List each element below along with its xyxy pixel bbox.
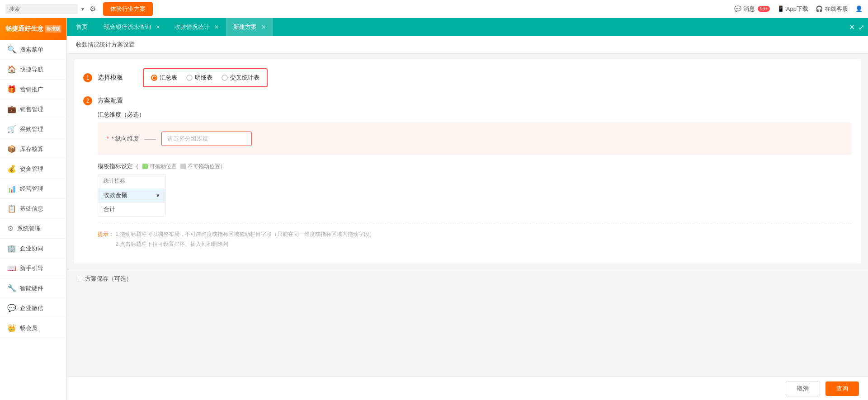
tab-close-icon[interactable]: ✕: [214, 24, 219, 30]
step2-row: 2 方案配置: [83, 96, 852, 105]
trial-button[interactable]: 体验行业方案: [103, 2, 153, 16]
download-button[interactable]: 📱 App下载: [777, 5, 808, 13]
bottom-save-section: 方案保存（可选）: [67, 269, 868, 288]
sidebar-item-label: 系统管理: [17, 225, 41, 233]
radio-circle-summary: [151, 75, 157, 81]
weixin-icon: 💬: [7, 304, 16, 312]
sidebar-item-label: 智能硬件: [20, 284, 43, 292]
metrics-title: 模板指标设定（: [98, 162, 139, 170]
app-logo: 畅捷通好生意 标准版: [0, 18, 66, 40]
sidebar-item-inventory[interactable]: 📦 库存核算: [0, 139, 66, 159]
close-window-icon[interactable]: ✕: [849, 23, 855, 32]
non-draggable-hint: 不可拖动位置）: [180, 163, 226, 170]
sidebar-item-label: 搜索菜单: [20, 46, 43, 54]
sidebar-item-hardware[interactable]: 🔧 智能硬件: [0, 278, 66, 298]
edition-label: 标准版: [45, 25, 61, 33]
dropdown-icon[interactable]: ▾: [156, 192, 160, 199]
query-button[interactable]: 查询: [826, 381, 859, 396]
service-icon: 🎧: [816, 5, 823, 12]
system-icon: ⚙: [7, 224, 14, 233]
message-icon: 💬: [734, 5, 741, 12]
sidebar-item-sales[interactable]: 💼 销售管理: [0, 99, 66, 119]
inventory-icon: 📦: [7, 145, 16, 153]
summary-dimension-section: 汇总维度（必选） * * 纵向维度 —— 请选择分组维度: [98, 111, 852, 254]
cancel-button[interactable]: 取消: [786, 381, 820, 396]
stats-header-cell: 收款金额 ▾: [98, 188, 165, 202]
step2-badge: 2: [83, 96, 92, 105]
draggable-hint: 可拖动位置: [142, 163, 177, 170]
stats-body-cell: 合计: [98, 202, 165, 216]
top-right-area: 💬 消息 99+ 📱 App下载 🎧 在线客服 👤: [734, 5, 863, 13]
page-title: 收款情况统计方案设置: [76, 41, 135, 48]
download-icon: 📱: [777, 5, 784, 12]
sidebar-item-label: 新手引导: [20, 264, 43, 273]
dimension-row: * * 纵向维度 —— 请选择分组维度: [107, 132, 843, 146]
dimension-selector[interactable]: 请选择分组维度: [161, 132, 252, 146]
step1-badge: 1: [83, 73, 92, 82]
tab-home[interactable]: 首页: [67, 18, 97, 36]
metrics-section: 模板指标设定（ 可拖动位置 不可拖动位置）: [98, 162, 852, 254]
step1-row: 1 选择模板 汇总表 明细表: [83, 68, 852, 87]
management-icon: 📊: [7, 184, 16, 193]
dimension-title: 汇总维度（必选）: [98, 111, 852, 119]
sidebar-item-basic[interactable]: 📋 基础信息: [0, 199, 66, 219]
sidebar-item-guide[interactable]: 📖 新手引导: [0, 259, 66, 278]
sidebar-item-system[interactable]: ⚙ 系统管理: [0, 219, 66, 239]
tips-area: 提示： 1.拖动标题栏可以调整布局，不可跨维度或指标区域拖动栏目字段（只能在同一…: [98, 224, 852, 254]
search-input[interactable]: [5, 4, 78, 14]
save-checkbox[interactable]: [76, 276, 82, 282]
sidebar-item-finance[interactable]: 💰 资金管理: [0, 159, 66, 179]
search-menu-icon: 🔍: [7, 45, 16, 54]
sidebar-item-member[interactable]: 👑 畅会员: [0, 318, 66, 338]
settings-icon[interactable]: ⚙: [90, 5, 96, 13]
radio-cross[interactable]: 交叉统计表: [222, 74, 259, 82]
step1-label: 选择模板: [98, 74, 123, 82]
sidebar-item-search[interactable]: 🔍 搜索菜单: [0, 40, 66, 60]
dropdown-arrow-icon[interactable]: ▾: [81, 6, 84, 12]
radio-group: 汇总表 明细表 交叉统计表: [151, 74, 259, 82]
radio-detail[interactable]: 明细表: [186, 74, 212, 82]
top-header: ▾ ⚙ 体验行业方案 💬 消息 99+ 📱 App下载 🎧 在线客服 👤: [0, 0, 868, 18]
sidebar-item-quicknav[interactable]: 🏠 快捷导航: [0, 60, 66, 80]
sidebar-item-label: 畅会员: [20, 324, 38, 332]
sidebar-item-label: 销售管理: [20, 105, 43, 113]
user-info[interactable]: 👤: [855, 5, 863, 12]
sidebar-item-label: 采购管理: [20, 125, 43, 133]
vertical-dimension-label: * * 纵向维度: [107, 135, 139, 143]
basic-icon: 📋: [7, 204, 16, 213]
tip2: 2.点击标题栏下拉可设置排序、插入列和删除列: [98, 240, 852, 249]
page-content: 收款情况统计方案设置 1 选择模板 汇总表: [67, 36, 868, 376]
purchase-icon: 🛒: [7, 125, 16, 133]
tab-close-icon[interactable]: ✕: [261, 24, 266, 30]
arrow-icon: ——: [144, 136, 156, 142]
form-section: 1 选择模板 汇总表 明细表: [74, 59, 861, 264]
save-checkbox-item[interactable]: 方案保存（可选）: [76, 275, 132, 283]
sidebar-item-management[interactable]: 📊 经营管理: [0, 179, 66, 199]
sidebar-item-purchase[interactable]: 🛒 采购管理: [0, 119, 66, 139]
non-draggable-badge: [180, 164, 186, 169]
stats-table: 统计指标 收款金额 ▾ 合计: [98, 174, 165, 216]
stats-row-name: 合计: [104, 206, 115, 212]
home-icon: 🏠: [7, 65, 16, 74]
hardware-icon: 🔧: [7, 284, 16, 292]
step2-label: 方案配置: [98, 97, 123, 105]
maximize-icon[interactable]: ⤢: [859, 23, 864, 32]
sidebar-item-label: 经营管理: [20, 185, 43, 193]
service-button[interactable]: 🎧 在线客服: [816, 5, 848, 13]
radio-summary[interactable]: 汇总表: [151, 74, 177, 82]
message-button[interactable]: 💬 消息 99+: [734, 5, 770, 13]
message-badge: 99+: [758, 6, 770, 12]
template-selector: 汇总表 明细表 交叉统计表: [143, 68, 268, 87]
main-layout: 畅捷通好生意 标准版 🔍 搜索菜单 🏠 快捷导航 🎁 营销推广 💼 销售管理 🛒…: [0, 18, 868, 400]
tab-bar-actions: ✕ ⤢: [849, 23, 868, 32]
gift-icon: 🎁: [7, 85, 16, 94]
tab-receipt[interactable]: 收款情况统计 ✕: [167, 18, 226, 36]
sidebar-item-marketing[interactable]: 🎁 营销推广: [0, 80, 66, 99]
sidebar-item-enterprise[interactable]: 🏢 企业协同: [0, 239, 66, 259]
sidebar-item-weixin[interactable]: 💬 企业微信: [0, 298, 66, 318]
sidebar-item-label: 资金管理: [20, 165, 43, 173]
user-avatar: 👤: [855, 5, 863, 12]
tab-close-icon[interactable]: ✕: [156, 24, 160, 30]
tab-newplan[interactable]: 新建方案 ✕: [226, 18, 273, 36]
tab-cashbank[interactable]: 现金银行流水查询 ✕: [97, 18, 167, 36]
